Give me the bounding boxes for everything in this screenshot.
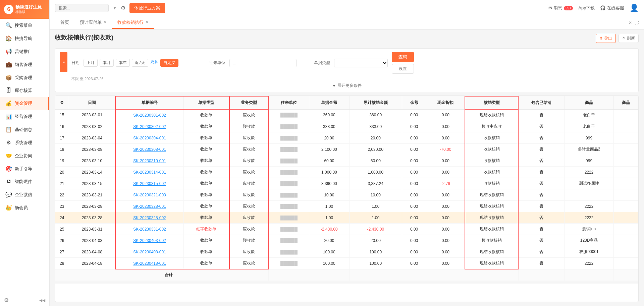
query-button[interactable]: 查询 <box>392 52 414 62</box>
date-7days[interactable]: 近7天 <box>132 59 148 67</box>
user-avatar[interactable]: 👤 <box>630 4 639 12</box>
settings-gear-icon[interactable]: ⚙ <box>121 5 125 11</box>
cell-write-off-type: 现结收款核销 <box>465 258 518 269</box>
voucher-no-link[interactable]: SK-20230328-002 <box>133 216 166 220</box>
cell-balance: 0.00 <box>402 201 426 212</box>
voucher-type-select[interactable] <box>334 59 388 67</box>
table-row: 28 2023-04-18 SK-20230418-001 收款单 应收款 ██… <box>55 258 638 269</box>
date-more[interactable]: 更多 <box>150 59 158 67</box>
date-last-month[interactable]: 上月 <box>84 59 98 67</box>
cell-partner: ██████ <box>269 258 309 269</box>
sidebar-item-purchase[interactable]: 📦 采购管理 <box>0 71 49 84</box>
sidebar-item-enterprise[interactable]: 🤝 企业协同 <box>0 149 49 162</box>
sidebar-item-basic[interactable]: 📋 基础信息 <box>0 123 49 136</box>
voucher-no-link[interactable]: SK-20230301-002 <box>133 113 166 118</box>
voucher-no-link[interactable]: SK-20230314-001 <box>133 170 166 175</box>
date-hint: 不限 至 2023-07-26 <box>71 76 103 81</box>
sidebar-item-sales[interactable]: 💼 销售管理 <box>0 58 49 71</box>
sidebar-label-marketing: 营销推广 <box>15 49 32 55</box>
sidebar-item-marketing[interactable]: 📢 营销推广 <box>0 45 49 58</box>
voucher-no-link[interactable]: SK-20230304-001 <box>133 136 166 140</box>
cell-included: 否 <box>518 224 564 235</box>
cell-voucher-type: 收款单 <box>183 132 229 144</box>
tab-prepay-close[interactable]: ✕ <box>104 20 107 24</box>
voucher-no-link[interactable]: SK-20230308-001 <box>133 147 166 152</box>
tab-writeoff[interactable]: 收款核销执行 ✕ <box>112 17 154 29</box>
sidebar-item-system[interactable]: ⚙ 系统管理 <box>0 136 49 149</box>
cell-voucher-type: 收款单 <box>183 189 229 201</box>
expand-conditions-button[interactable]: ▼ 展开更多条件 <box>332 83 362 88</box>
date-this-year[interactable]: 本年 <box>116 59 130 67</box>
tab-prepay-label: 预计应付单 <box>80 19 102 25</box>
scrollbar-area[interactable] <box>55 281 638 284</box>
refresh-icon: ↻ <box>622 36 626 41</box>
cell-accumulated: 10.00 <box>349 189 402 201</box>
cell-product-2 <box>614 212 638 224</box>
sidebar-item-wechat[interactable]: 💬 企业微信 <box>0 188 49 201</box>
voucher-no-link[interactable]: SK-20230408-001 <box>133 250 166 254</box>
sidebar-item-search[interactable]: 🔍 搜索菜单 <box>0 19 49 32</box>
main-content: ▼ ⚙ 体验行业方案 ✉ 消息 99+ App下载 🎧 在线客服 👤 首页 预计… <box>50 0 644 306</box>
voucher-no-link[interactable]: SK-20230331-002 <box>133 227 166 232</box>
industry-solution-button[interactable]: 体验行业方案 <box>129 3 165 13</box>
close-tab-icon[interactable]: ✕ <box>629 20 632 25</box>
voucher-no-link[interactable]: SK-20230328-001 <box>133 204 166 209</box>
cell-date: 2023-03-28 <box>69 201 115 212</box>
filter-settings-button[interactable]: 设置 <box>392 64 414 74</box>
export-button[interactable]: ⬆ 导出 <box>596 34 616 43</box>
sidebar-item-finance[interactable]: 💰 资金管理 <box>0 97 49 110</box>
sidebar-item-hardware[interactable]: 🖥 智能硬件 <box>0 175 49 188</box>
sidebar-item-inventory[interactable]: 🗄 库存核算 <box>0 84 49 97</box>
cell-date: 2023-03-08 <box>69 144 115 155</box>
online-service-link[interactable]: 🎧 在线客服 <box>600 5 624 11</box>
sidebar-label-finance: 资金管理 <box>15 101 32 107</box>
voucher-no-link[interactable]: SK-20230403-002 <box>133 238 166 243</box>
cell-product-2 <box>614 121 638 132</box>
cell-date: 2023-03-15 <box>69 178 115 189</box>
settings-icon[interactable]: ⚙ <box>4 297 9 303</box>
maximize-icon[interactable]: ⛶ <box>635 20 639 25</box>
cell-amount: 2,100.00 <box>309 144 350 155</box>
tab-prepay[interactable]: 预计应付单 ✕ <box>74 17 112 29</box>
refresh-button[interactable]: ↻ 刷新 <box>619 34 639 43</box>
cell-voucher-no: SK-20230308-001 <box>115 144 183 155</box>
filter-collapse-button[interactable]: » <box>60 52 67 72</box>
partner-label: 往来单位 <box>209 60 225 66</box>
app-download-link[interactable]: App下载 <box>578 5 595 11</box>
voucher-no-link[interactable]: SK-20230418-001 <box>133 261 166 266</box>
dropdown-arrow-icon[interactable]: ▼ <box>113 6 117 10</box>
voucher-no-link[interactable]: SK-20230315-002 <box>133 181 166 186</box>
cell-product-1: 2222 <box>564 201 614 212</box>
sidebar-item-member[interactable]: 👑 畅会员 <box>0 201 49 214</box>
tab-writeoff-close[interactable]: ✕ <box>146 20 149 24</box>
cell-partner: ██████ <box>269 144 309 155</box>
system-icon: ⚙ <box>5 139 12 146</box>
th-product-1: 商品 <box>564 96 614 109</box>
voucher-no-link[interactable]: SK-20230310-001 <box>133 159 166 163</box>
cell-product-1: 999 <box>564 155 614 167</box>
voucher-no-link[interactable]: SK-20230302-002 <box>133 124 166 129</box>
voucher-no-link[interactable]: SK-20230321-003 <box>133 193 166 197</box>
cell-discount: -2.76 <box>426 178 465 189</box>
guide-icon: 🎯 <box>5 166 12 172</box>
messages-section[interactable]: ✉ 消息 99+ <box>548 5 573 11</box>
collapse-icon[interactable]: ◀◀ <box>39 298 45 303</box>
date-this-month[interactable]: 本月 <box>100 59 114 67</box>
page-title: 收款核销执行(按收款) <box>55 34 113 42</box>
sidebar-item-guide[interactable]: 🎯 新手引导 <box>0 162 49 175</box>
cell-date: 2023-04-18 <box>69 258 115 269</box>
sidebar-item-operation[interactable]: 📊 经营管理 <box>0 110 49 123</box>
tab-home[interactable]: 首页 <box>55 17 74 29</box>
th-amount: 单据金额 <box>309 96 350 109</box>
cell-balance: 0.00 <box>402 121 426 132</box>
cell-date: 2023-03-31 <box>69 224 115 235</box>
search-input[interactable] <box>55 4 109 12</box>
cell-voucher-no: SK-20230314-001 <box>115 167 183 178</box>
sidebar-label-quicknav: 快捷导航 <box>15 36 32 42</box>
partner-input[interactable] <box>229 59 297 67</box>
tabs-actions: ✕ ⛶ <box>629 20 639 25</box>
date-custom[interactable]: 自定义 <box>160 59 178 67</box>
sidebar-item-quicknav[interactable]: 🏠 快捷导航 <box>0 32 49 45</box>
column-settings-icon[interactable]: ⚙ <box>60 100 64 105</box>
th-gear[interactable]: ⚙ <box>55 96 69 109</box>
